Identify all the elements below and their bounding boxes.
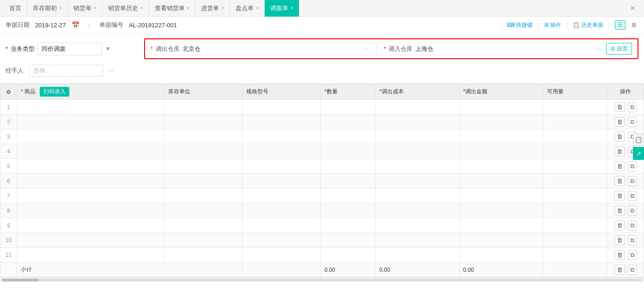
delete-btn[interactable]: 🗑 bbox=[614, 132, 625, 141]
cell-available[interactable] bbox=[543, 115, 607, 129]
cell-product[interactable] bbox=[17, 115, 164, 129]
handler-more[interactable]: ··· bbox=[109, 67, 113, 74]
cell-qty[interactable] bbox=[321, 189, 376, 203]
cell-unit[interactable] bbox=[164, 100, 242, 115]
close-icon[interactable]: × bbox=[291, 6, 293, 11]
cell-amount[interactable] bbox=[459, 248, 543, 262]
cell-unit[interactable] bbox=[164, 189, 242, 203]
window-close-button[interactable]: × bbox=[625, 0, 640, 17]
cell-available[interactable] bbox=[543, 248, 607, 262]
history-btn[interactable]: 📋 历史单据 bbox=[573, 21, 603, 29]
cell-cost[interactable] bbox=[376, 233, 459, 248]
cell-cost[interactable] bbox=[376, 174, 459, 189]
cell-cost[interactable] bbox=[376, 100, 459, 115]
handler-input[interactable]: 选择... bbox=[29, 65, 103, 77]
copy-btn[interactable]: ⧉ bbox=[628, 161, 637, 171]
cell-spec[interactable] bbox=[242, 218, 320, 233]
copy-btn[interactable]: ⧉ bbox=[628, 265, 637, 275]
cell-qty[interactable] bbox=[321, 248, 376, 262]
cell-spec[interactable] bbox=[242, 248, 320, 262]
cell-unit[interactable] bbox=[164, 174, 242, 189]
cell-product[interactable] bbox=[17, 189, 164, 203]
copy-btn[interactable]: ⧉ bbox=[628, 117, 637, 127]
delete-btn[interactable]: 🗑 bbox=[614, 117, 625, 127]
cell-spec[interactable] bbox=[242, 115, 320, 129]
business-type-value[interactable]: 同价调拨 bbox=[37, 43, 102, 55]
tab-sales-history[interactable]: 销货单历史 × bbox=[103, 0, 149, 17]
tab-transfer[interactable]: 调拨单 × bbox=[265, 0, 299, 17]
delete-btn[interactable]: 🗑 bbox=[614, 206, 625, 215]
dropdown-icon[interactable]: ▼ bbox=[105, 45, 111, 52]
cell-cost[interactable] bbox=[376, 248, 459, 262]
close-icon[interactable]: × bbox=[187, 6, 190, 11]
cell-qty[interactable] bbox=[321, 203, 376, 218]
delete-btn[interactable]: 🗑 bbox=[614, 265, 625, 275]
warehouse-out-value[interactable]: 北京仓 bbox=[182, 45, 200, 53]
cell-unit[interactable] bbox=[164, 115, 242, 129]
cell-available[interactable] bbox=[543, 129, 607, 144]
delete-btn[interactable]: 🗑 bbox=[614, 176, 625, 186]
cell-spec[interactable] bbox=[242, 233, 320, 248]
cell-spec[interactable] bbox=[242, 144, 320, 159]
cell-available[interactable] bbox=[543, 218, 607, 233]
delete-btn[interactable]: 🗑 bbox=[614, 235, 625, 245]
cell-product[interactable] bbox=[17, 248, 164, 262]
tab-inventory-init[interactable]: 库存期初 × bbox=[27, 0, 68, 17]
warehouse-in-value[interactable]: 上海仓 bbox=[415, 45, 433, 53]
cell-cost[interactable] bbox=[376, 129, 459, 144]
tab-inventory-check[interactable]: 盘点单 × bbox=[230, 0, 265, 17]
cell-spec[interactable] bbox=[242, 203, 320, 218]
cell-unit[interactable] bbox=[164, 203, 242, 218]
cell-qty[interactable] bbox=[321, 129, 376, 144]
warehouse-out-more[interactable]: ··· bbox=[364, 46, 368, 52]
settings-button[interactable]: ⚙ 设置 bbox=[606, 43, 632, 55]
copy-btn[interactable]: ⧉ bbox=[628, 235, 637, 245]
delete-btn[interactable]: 🗑 bbox=[614, 220, 625, 230]
cell-amount[interactable] bbox=[459, 115, 543, 129]
cell-available[interactable] bbox=[543, 144, 607, 159]
cell-unit[interactable] bbox=[164, 233, 242, 248]
shortcut-btn[interactable]: ⌨ 快捷键 bbox=[507, 21, 533, 29]
cell-product[interactable] bbox=[17, 129, 164, 144]
delete-btn[interactable]: 🗑 bbox=[614, 102, 625, 112]
delete-btn[interactable]: 🗑 bbox=[614, 250, 625, 260]
calendar-icon[interactable]: 📅 bbox=[72, 21, 79, 29]
close-icon[interactable]: × bbox=[256, 6, 259, 11]
cell-product[interactable] bbox=[17, 203, 164, 218]
cell-unit[interactable] bbox=[164, 218, 242, 233]
cell-unit[interactable] bbox=[164, 248, 242, 262]
copy-btn[interactable]: ⧉ bbox=[628, 220, 637, 231]
copy-btn[interactable]: ⧉ bbox=[628, 176, 637, 186]
cell-available[interactable] bbox=[543, 174, 607, 189]
horizontal-scrollbar[interactable] bbox=[2, 279, 642, 281]
action-btn[interactable]: ⊞ 操作 bbox=[544, 21, 561, 29]
cell-qty[interactable] bbox=[321, 144, 376, 159]
cell-cost[interactable] bbox=[376, 115, 459, 129]
cell-product[interactable] bbox=[17, 144, 164, 159]
cell-product[interactable] bbox=[17, 218, 164, 233]
cell-unit[interactable] bbox=[164, 144, 242, 159]
cell-amount[interactable] bbox=[459, 174, 543, 189]
cell-cost[interactable] bbox=[376, 144, 459, 159]
scrollbar-thumb[interactable] bbox=[2, 279, 39, 281]
cell-spec[interactable] bbox=[242, 189, 320, 203]
close-icon[interactable]: × bbox=[221, 6, 224, 11]
close-icon[interactable]: × bbox=[140, 6, 143, 11]
copy-btn[interactable]: ⧉ bbox=[628, 191, 637, 201]
cell-qty[interactable] bbox=[321, 159, 376, 174]
cell-spec[interactable] bbox=[242, 174, 320, 189]
col-settings[interactable]: ⚙ bbox=[0, 84, 17, 100]
copy-btn[interactable]: ⧉ bbox=[628, 250, 637, 260]
cell-amount[interactable] bbox=[459, 144, 543, 159]
cell-qty[interactable] bbox=[321, 233, 376, 248]
cell-amount[interactable] bbox=[459, 218, 543, 233]
float-list-btn[interactable]: 📋 bbox=[633, 133, 644, 146]
cell-cost[interactable] bbox=[376, 159, 459, 174]
cell-spec[interactable] bbox=[242, 129, 320, 144]
tab-home[interactable]: 首页 bbox=[4, 0, 27, 17]
cell-amount[interactable] bbox=[459, 129, 543, 144]
cell-qty[interactable] bbox=[321, 115, 376, 129]
cell-amount[interactable] bbox=[459, 203, 543, 218]
float-export-btn[interactable]: ↗ bbox=[633, 147, 644, 160]
cell-available[interactable] bbox=[543, 203, 607, 218]
